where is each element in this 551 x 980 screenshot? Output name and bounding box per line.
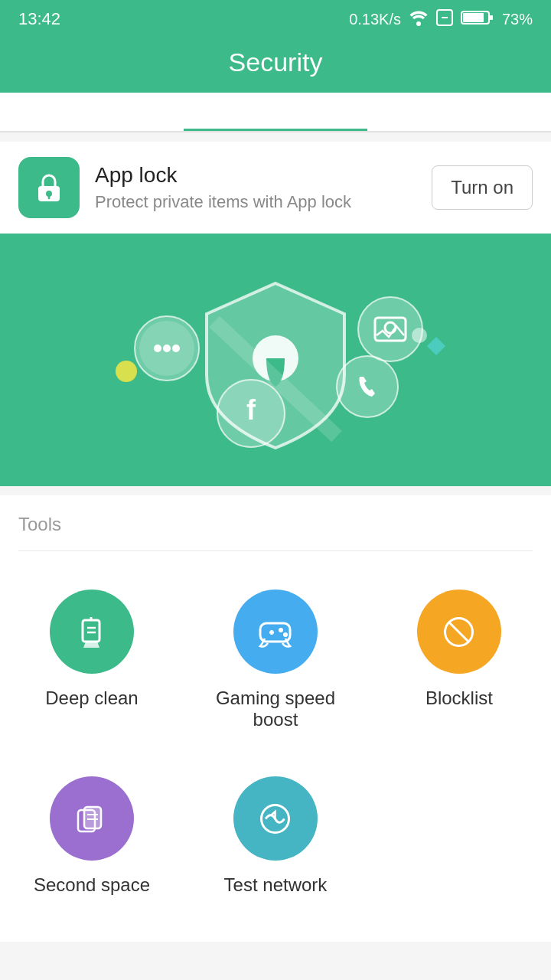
app-lock-text: App lock Protect private items with App … [95, 163, 416, 212]
battery-icon [461, 9, 494, 30]
tools-grid: Deep clean Gaming speed boost [0, 551, 551, 942]
blocklist-label: Blocklist [425, 688, 493, 709]
second-space-item[interactable]: Second space [0, 753, 184, 919]
second-space-icon-circle [50, 776, 134, 861]
svg-point-16 [172, 345, 180, 352]
wifi-icon [409, 9, 429, 30]
gaming-speed-boost-label: Gaming speed boost [191, 688, 360, 730]
gaming-icon-circle [233, 590, 318, 674]
svg-point-0 [416, 21, 421, 26]
svg-point-15 [163, 345, 171, 352]
app-lock-title: App lock [95, 163, 416, 188]
test-network-icon-circle [233, 776, 318, 861]
second-space-label: Second space [34, 874, 150, 896]
status-bar: 13:42 0.13K/s 73% [0, 0, 551, 38]
svg-rect-4 [463, 13, 484, 22]
svg-point-17 [358, 297, 422, 361]
page-title: Security [229, 47, 323, 77]
signal-icon [436, 9, 453, 30]
battery-percent: 73% [502, 11, 533, 28]
tab-1[interactable] [0, 93, 184, 131]
tools-section: Tools Deep clean [0, 495, 551, 942]
svg-marker-11 [427, 337, 445, 355]
test-network-item[interactable]: Test network [184, 753, 367, 919]
tab-bar [0, 93, 551, 132]
tab-2[interactable] [184, 93, 367, 131]
blocklist-item[interactable]: Blocklist [367, 567, 551, 753]
app-lock-subtitle: Protect private items with App lock [95, 192, 416, 212]
page-header: Security [0, 38, 551, 93]
svg-point-14 [154, 345, 161, 352]
svg-line-35 [448, 622, 469, 642]
tab-3[interactable] [367, 93, 551, 131]
time: 13:42 [18, 9, 60, 29]
deep-clean-item[interactable]: Deep clean [0, 567, 184, 753]
test-network-label: Test network [224, 874, 328, 896]
blocklist-icon-circle [417, 590, 501, 674]
deep-clean-icon-circle [50, 590, 134, 674]
status-icons: 0.13K/s 73% [349, 9, 533, 30]
svg-rect-25 [83, 620, 99, 642]
svg-point-32 [279, 628, 283, 632]
app-lock-icon [18, 157, 80, 218]
deep-clean-label: Deep clean [45, 688, 138, 709]
turn-on-button[interactable]: Turn on [432, 165, 533, 210]
svg-rect-37 [84, 807, 101, 828]
security-banner: f [0, 234, 551, 486]
svg-point-7 [46, 191, 52, 197]
app-lock-section: App lock Protect private items with App … [0, 142, 551, 234]
svg-point-33 [283, 632, 288, 637]
svg-rect-5 [490, 15, 493, 20]
svg-point-9 [116, 361, 137, 382]
shield-illustration: f [84, 245, 467, 475]
gaming-speed-boost-item[interactable]: Gaming speed boost [184, 567, 367, 753]
tools-label: Tools [0, 514, 551, 550]
network-speed: 0.13K/s [349, 11, 401, 28]
